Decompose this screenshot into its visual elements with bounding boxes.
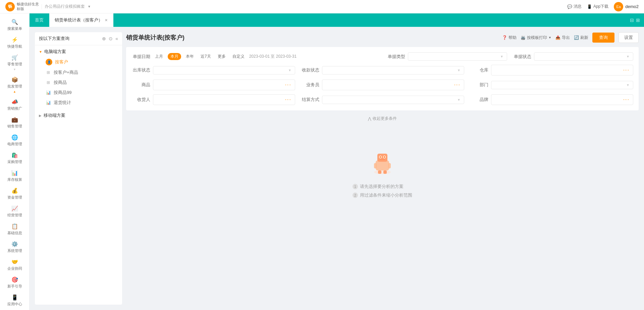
message-icon: 💬	[567, 4, 572, 9]
sidebar-item-wholesale[interactable]: 📦 批发管理 ▲	[0, 74, 29, 96]
svg-rect-1	[376, 160, 389, 170]
sidebar-item-enterprise[interactable]: 🤝 企业协同	[0, 256, 29, 274]
sidebar-item-purchase-label: 采购管理	[7, 159, 22, 164]
date-option-custom[interactable]: 自定义	[230, 53, 247, 60]
tab-bar: 首页 销货单统计表（按客户） ✕ ⊟ ⊞	[30, 13, 644, 27]
scheme-edit-btn[interactable]: ⊙	[109, 36, 113, 41]
product-label: 商品	[131, 82, 150, 88]
tab-close-icon[interactable]: ✕	[105, 18, 108, 22]
refresh-btn[interactable]: 🔄 刷新	[574, 35, 588, 41]
scheme-item-by-customer-product[interactable]: ⊞ 按客户+商品	[35, 67, 122, 78]
brand-input[interactable]: ···	[491, 94, 633, 105]
sidebar-item-operations[interactable]: 📈 经营管理	[0, 203, 29, 220]
help-icon: ❓	[502, 35, 507, 40]
sidebar-item-newbie[interactable]: 🎯 新手引导	[0, 274, 29, 292]
sidebar-item-retail[interactable]: 🛒 零售管理 ▼	[0, 52, 29, 74]
app-center-icon: 📱	[11, 294, 18, 301]
scheme-header-actions: ⊕ ⊙ «	[102, 36, 118, 41]
ecommerce-icon: 🌐	[11, 134, 18, 141]
sidebar-item-finance[interactable]: 💰 资金管理	[0, 185, 29, 203]
user-name: demo2	[625, 4, 639, 9]
warehouse-input[interactable]: ···	[491, 65, 633, 75]
scheme-panel: 按以下方案查询 ⊕ ⊙ « ▼ 电脑端方案	[35, 32, 122, 305]
date-option-this-year[interactable]: 本年	[184, 53, 196, 60]
empty-state: 1 请先选择要分析的方案 2 用过滤条件来缩小分析范围	[126, 127, 639, 218]
date-option-this-month[interactable]: 本月	[168, 53, 181, 60]
empty-tip-1: 1 请先选择要分析的方案	[353, 184, 412, 190]
date-option-more[interactable]: 更多	[216, 53, 228, 60]
message-btn[interactable]: 💬 消息	[567, 4, 582, 9]
top-bar: 畅 畅捷信好生意 标版 办公用品行业模拟账套 ▼ 💬 消息 📱 App下载	[0, 0, 644, 13]
filter-cell-bill-status: 单据状态 ▼	[513, 52, 633, 61]
sidebar-item-inventory[interactable]: 📊 库存核算	[0, 167, 29, 185]
sidebar-item-marketing[interactable]: 📣 营销推广	[0, 96, 29, 114]
scheme-collapse-btn[interactable]: «	[115, 36, 118, 41]
right-content: 销货单统计表(按客户) ❓ 帮助 🖨️ 按模板打印 ▼	[126, 32, 639, 305]
tab-sales-stat[interactable]: 销货单统计表（按客户） ✕	[49, 13, 113, 27]
purchase-icon: 🛍️	[11, 152, 18, 158]
svg-point-0	[374, 170, 391, 174]
scheme-add-btn[interactable]: ⊕	[102, 36, 106, 41]
user-area[interactable]: Ea demo2	[614, 2, 639, 11]
sidebar-item-wholesale-label: 批发管理	[7, 84, 22, 89]
staff-dots-icon: ···	[454, 82, 461, 88]
sidebar-item-marketing-label: 营销推广	[7, 106, 22, 111]
filter-date-row: 单据日期 上月 本月 本年 近7天 更多 自定义 2023-03-01 至 20…	[131, 52, 633, 61]
bill-type-select[interactable]: ▼	[408, 52, 507, 61]
filter-row1-right: 单据类型 ▼ 单据状态	[299, 52, 633, 61]
bill-status-select[interactable]: ▼	[534, 52, 633, 61]
system-icon: ⚙️	[11, 241, 18, 247]
export-btn[interactable]: 📤 导出	[555, 35, 570, 41]
scheme-item-by-product-99[interactable]: 📊 按商品99	[35, 88, 122, 98]
out-status-select[interactable]: ▼	[153, 66, 295, 74]
sidebar-item-purchase[interactable]: 🛍️ 采购管理	[0, 149, 29, 167]
sidebar-item-search[interactable]: 🔍 搜索菜单	[0, 16, 29, 34]
query-btn[interactable]: 查询	[592, 33, 614, 43]
scheme-item-by-product[interactable]: ⊞ 按商品	[35, 78, 122, 88]
sidebar-item-operations-label: 经营管理	[7, 213, 22, 218]
empty-tips: 1 请先选择要分析的方案 2 用过滤条件来缩小分析范围	[353, 184, 412, 198]
tip-num-1: 1	[353, 184, 358, 189]
grid-icon-1: ⊞	[46, 70, 51, 75]
date-label: 单据日期	[131, 54, 150, 60]
sidebar-item-basic-info-label: 基础信息	[7, 230, 22, 236]
date-option-7days[interactable]: 近7天	[199, 53, 213, 60]
scheme-item-return-stats[interactable]: 📊 退货统计	[35, 98, 122, 108]
tip-2-text: 用过滤条件来缩小分析范围	[360, 192, 412, 198]
filter-panel: 单据日期 上月 本月 本年 近7天 更多 自定义 2023-03-01 至 20…	[126, 47, 639, 110]
dept-arrow-icon: ▼	[626, 83, 630, 87]
export-label: 导出	[562, 35, 570, 41]
sidebar-item-retail-label: 零售管理	[7, 62, 22, 67]
settlement-select[interactable]: ▼	[322, 96, 464, 104]
scheme-group-mobile-title[interactable]: ▶ 移动端方案	[35, 110, 122, 120]
date-option-last-month[interactable]: 上月	[153, 53, 165, 60]
sidebar-item-quick-nav[interactable]: ⚡ 快捷导航	[0, 34, 29, 52]
scheme-group-desktop-title[interactable]: ▼ 电脑端方案	[35, 47, 122, 57]
settings-btn[interactable]: 设置	[619, 32, 639, 43]
sidebar-item-ecommerce[interactable]: 🌐 电商管理	[0, 132, 29, 149]
filter-cell-payment-status: 收款状态 ▼	[301, 65, 464, 75]
breadcrumb-dropdown-icon[interactable]: ▼	[88, 5, 91, 8]
dept-select[interactable]: ▼	[491, 81, 633, 89]
top-bar-right: 💬 消息 📱 App下载 Ea demo2	[567, 2, 639, 11]
sidebar-item-basic-info[interactable]: 📋 基础信息	[0, 220, 29, 238]
payment-status-select[interactable]: ▼	[322, 66, 464, 74]
app-download-btn[interactable]: 📱 App下载	[587, 4, 608, 9]
quick-nav-icon: ⚡	[11, 37, 18, 43]
sidebar-item-ecommerce-label: 电商管理	[7, 142, 22, 147]
sidebar-item-sales[interactable]: 💼 销售管理	[0, 114, 29, 132]
tab-home[interactable]: 首页	[30, 13, 49, 27]
receiver-input[interactable]: ···	[153, 94, 295, 105]
logo-area: 畅 畅捷信好生意 标版	[5, 2, 39, 11]
product-input[interactable]: ···	[153, 80, 295, 90]
sidebar-item-system[interactable]: ⚙️ 系统管理	[0, 238, 29, 256]
help-btn[interactable]: ❓ 帮助	[502, 35, 517, 41]
collapse-more-btn[interactable]: ⋀ 收起更多条件	[126, 113, 639, 124]
tab-maximize-btn[interactable]: ⊟ ⊞	[626, 13, 644, 27]
scheme-item-by-customer[interactable]: 👤 按客户	[35, 57, 122, 67]
sidebar-item-app-center[interactable]: 📱 应用中心	[0, 292, 29, 309]
staff-input[interactable]: ···	[322, 80, 464, 90]
svg-rect-2	[377, 154, 387, 162]
settlement-arrow-icon: ▼	[457, 98, 461, 102]
template-print-btn[interactable]: 🖨️ 按模板打印 ▼	[521, 35, 551, 41]
